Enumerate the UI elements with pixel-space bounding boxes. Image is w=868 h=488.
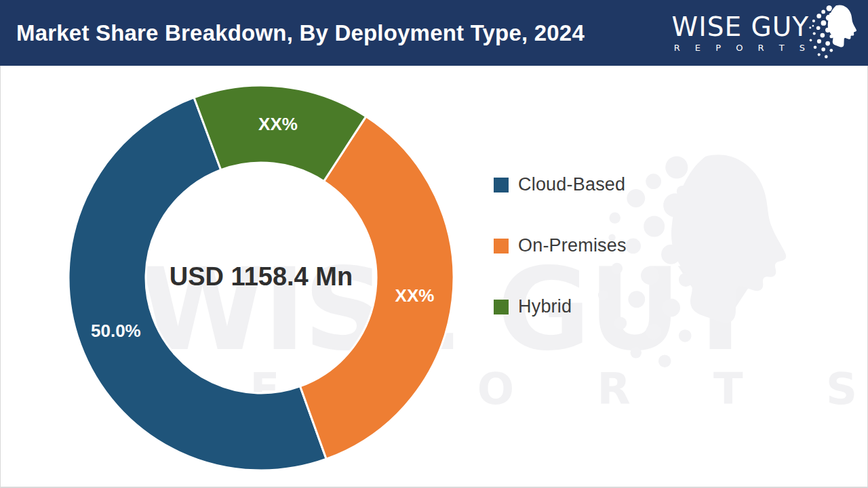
legend-swatch-cloud-based	[494, 178, 509, 192]
legend-label: Cloud-Based	[518, 174, 625, 195]
legend-label: On-Premises	[518, 235, 627, 256]
legend-item-cloud-based[interactable]: Cloud-Based	[494, 176, 627, 194]
slice-value-label: XX%	[258, 114, 298, 134]
slice-value-label: XX%	[395, 285, 435, 306]
legend-swatch-hybrid	[494, 300, 509, 314]
legend-item-hybrid[interactable]: Hybrid	[494, 298, 627, 316]
report-chart-page: { "header": { "title": "Market Share Bre…	[0, 0, 868, 488]
wise-guy-logo: WISE GUY R E P O R T S	[670, 3, 859, 63]
donut-chart: 50.0%XX%XX%	[0, 66, 868, 488]
logo-text: WISE GUY R E P O R T S	[670, 14, 811, 53]
logo-subtitle: R E P O R T S	[670, 43, 811, 53]
header-bar: Market Share Breakdown, By Deployment Ty…	[0, 0, 868, 66]
page-title: Market Share Breakdown, By Deployment Ty…	[16, 20, 585, 46]
logo-wordmark: WISE GUY	[672, 14, 809, 40]
legend-item-on-premises[interactable]: On-Premises	[494, 237, 627, 255]
slice-value-label: 50.0%	[91, 321, 141, 341]
chart-legend: Cloud-Based On-Premises Hybrid	[494, 176, 627, 316]
donut-center-value: USD 1158.4 Mn	[170, 262, 353, 291]
legend-label: Hybrid	[518, 296, 572, 317]
legend-swatch-on-premises	[494, 239, 509, 253]
